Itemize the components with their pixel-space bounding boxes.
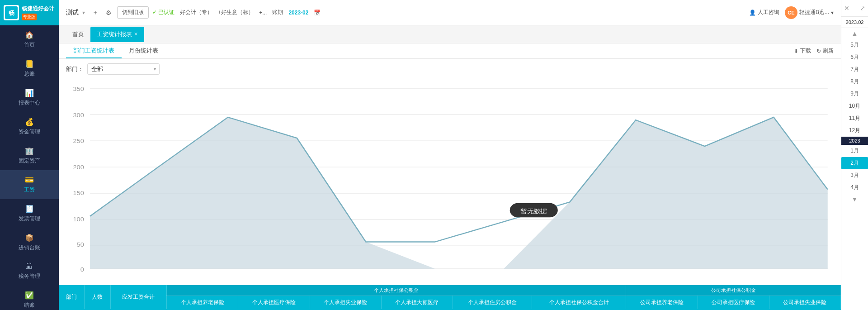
- month-feb[interactable]: 2月: [841, 157, 868, 169]
- sidebar-item-label: 结账: [24, 301, 35, 309]
- month-8[interactable]: 8月: [841, 76, 868, 88]
- salary-icon: 💳: [25, 176, 34, 184]
- month-mar[interactable]: 3月: [841, 169, 868, 181]
- dept-label: 部门：: [66, 65, 84, 73]
- bottom-table: 部门 人数 应发工资合计 个人承担社保公积金 公司承担社保公积金 个人承担养老保…: [59, 285, 841, 310]
- sidebar-item-label: 总账: [24, 70, 35, 78]
- purchase-icon: 📦: [25, 234, 34, 242]
- period-label: 账期: [272, 9, 283, 16]
- col-pension: 个人承担养老保险: [167, 296, 238, 310]
- refresh-button[interactable]: ↻ 刷新: [816, 47, 834, 55]
- svg-text:300: 300: [73, 112, 84, 119]
- col-unemploy: 个人承担失业保险: [310, 296, 381, 310]
- header-title: 测试: [66, 9, 79, 17]
- sidebar-item-ledger[interactable]: 📒 总账: [0, 54, 59, 83]
- ledger-icon: 📒: [25, 60, 34, 68]
- sidebar-logo: 畅 畅捷通好会计 专业版: [0, 0, 59, 25]
- scroll-up-button[interactable]: ▲: [841, 28, 868, 39]
- dept-select[interactable]: 全部 行政部 财务部 销售部: [87, 63, 160, 75]
- status-tag2: +好生意（标）: [218, 9, 254, 16]
- col-group-personal: 个人承担社保公积金: [167, 285, 626, 296]
- col-housing-fund: 个人承担住房公积金: [453, 296, 532, 310]
- header-dropdown[interactable]: ▾: [82, 10, 85, 16]
- svg-text:200: 200: [73, 164, 84, 171]
- right-panel: ✕ ⤢ 2023.02 ▲ 5月 6月 7月 8月 9月 10月 11月 12月…: [841, 0, 868, 310]
- col-company-unemploy: 公司承担失业保险: [769, 296, 840, 310]
- right-panel-scroll: ▲ 5月 6月 7月 8月 9月 10月 11月 12月 2023 1月 2月 …: [841, 28, 868, 310]
- sidebar-item-close[interactable]: ✅ 结账: [0, 286, 59, 310]
- dept-select-wrapper: 全部 行政部 财务部 销售部 ▾: [87, 63, 160, 75]
- user-dropdown-icon: ▾: [831, 10, 834, 16]
- month-11[interactable]: 11月: [841, 112, 868, 124]
- col-dept: 部门: [59, 285, 85, 309]
- col-group-company: 公司承担社保公积金: [626, 285, 841, 296]
- sidebar: 畅 畅捷通好会计 专业版 🏠 首页 📒 总账 📊 报表中心 💰 资金管理 🏢 固…: [0, 0, 59, 310]
- sidebar-item-assets[interactable]: 🏢 固定资产: [0, 141, 59, 170]
- month-6[interactable]: 6月: [841, 51, 868, 63]
- col-company-medical: 公司承担医疗保险: [698, 296, 769, 310]
- sidebar-item-report[interactable]: 📊 报表中心: [0, 83, 59, 112]
- tab-home[interactable]: 首页: [66, 27, 90, 42]
- svg-text:250: 250: [73, 138, 84, 144]
- right-panel-header: ✕ ⤢: [841, 0, 868, 17]
- scroll-down-button[interactable]: ▼: [841, 194, 868, 205]
- right-panel-close-button[interactable]: ✕: [843, 4, 850, 13]
- month-7[interactable]: 7月: [841, 63, 868, 76]
- toolbar: 部门： 全部 行政部 财务部 销售部 ▾: [59, 59, 841, 79]
- sidebar-item-purchase[interactable]: 📦 进销台账: [0, 228, 59, 257]
- chart-container: 350 300 250 200 150 100 50 0: [59, 79, 841, 285]
- sidebar-item-label: 报表中心: [19, 99, 40, 107]
- month-5[interactable]: 5月: [841, 39, 868, 51]
- tooltip-text: 暂无数据: [520, 207, 547, 214]
- period-value: 2023-02: [288, 10, 308, 16]
- col-total: 应发工资合计: [110, 285, 167, 309]
- user-name: 轻捷通B迅...: [799, 9, 829, 16]
- certified-status: ✓ 已认证: [152, 9, 175, 16]
- col-personal-total: 个人承担社保公积金合计: [532, 296, 626, 310]
- sidebar-item-label: 固定资产: [19, 157, 40, 165]
- sidebar-item-home[interactable]: 🏠 首页: [0, 25, 59, 54]
- sidebar-item-capital[interactable]: 💰 资金管理: [0, 112, 59, 141]
- tab-close-icon[interactable]: ✕: [134, 31, 138, 37]
- user-info[interactable]: CE 轻捷通B迅... ▾: [785, 6, 834, 19]
- calendar-icon[interactable]: 📅: [314, 10, 321, 16]
- header-actions: ＋ ⚙ 切到旧版: [90, 6, 149, 19]
- month-9[interactable]: 9月: [841, 88, 868, 100]
- consult-button[interactable]: 👤 人工咨询: [749, 9, 779, 16]
- download-icon: ⬇: [794, 48, 798, 54]
- header-status: ✓ 已认证 好会计（专） +好生意（标） +... 账期 2023-02 📅: [152, 9, 321, 16]
- data-table: 部门 人数 应发工资合计 个人承担社保公积金 公司承担社保公积金 个人承担养老保…: [59, 285, 841, 309]
- sidebar-item-label: 首页: [24, 41, 35, 49]
- sidebar-item-label: 税务管理: [19, 272, 40, 280]
- settings-button[interactable]: ⚙: [104, 7, 113, 18]
- avatar: CE: [785, 6, 797, 19]
- consult-icon: 👤: [749, 10, 756, 16]
- month-apr[interactable]: 4月: [841, 181, 868, 194]
- header-right: 👤 人工咨询 CE 轻捷通B迅... ▾: [749, 6, 834, 19]
- svg-text:100: 100: [73, 215, 84, 222]
- download-button[interactable]: ⬇ 下载: [794, 47, 811, 55]
- sub-tab-dept[interactable]: 部门工资统计表: [66, 44, 122, 58]
- logo-icon: 畅: [4, 5, 19, 20]
- month-12[interactable]: 12月: [841, 124, 868, 137]
- logo-text: 畅捷通好会计 专业版: [22, 5, 54, 20]
- col-major-medical: 个人承担大额医疗: [381, 296, 453, 310]
- switch-old-button[interactable]: 切到旧版: [117, 6, 149, 19]
- col-medical: 个人承担医疗保险: [238, 296, 310, 310]
- col-company-pension: 公司承担养老保险: [626, 296, 698, 310]
- svg-text:50: 50: [77, 241, 84, 248]
- add-button[interactable]: ＋: [90, 7, 100, 19]
- month-10[interactable]: 10月: [841, 100, 868, 112]
- month-jan[interactable]: 1月: [841, 145, 868, 157]
- assets-icon: 🏢: [25, 147, 34, 155]
- close-ledger-icon: ✅: [25, 291, 34, 300]
- sidebar-item-tax[interactable]: 🏛 税务管理: [0, 257, 59, 286]
- sidebar-item-salary[interactable]: 💳 工资: [0, 170, 59, 199]
- refresh-icon: ↻: [816, 48, 821, 54]
- sidebar-item-invoice[interactable]: 🧾 发票管理: [0, 199, 59, 228]
- report-icon: 📊: [25, 89, 34, 97]
- sub-tab-month[interactable]: 月份统计表: [122, 44, 165, 58]
- right-panel-expand-button[interactable]: ⤢: [859, 4, 866, 13]
- header: 测试 ▾ ＋ ⚙ 切到旧版 ✓ 已认证 好会计（专） +好生意（标） +... …: [59, 0, 841, 25]
- tab-salary-report[interactable]: 工资统计报表 ✕: [90, 27, 144, 42]
